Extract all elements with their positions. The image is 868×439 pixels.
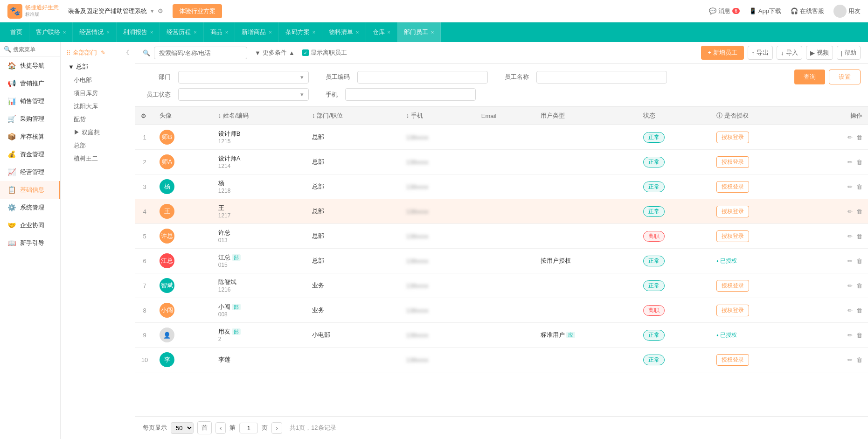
nav-tab-首页[interactable]: 首页: [4, 22, 29, 42]
dept-item[interactable]: 配货: [61, 113, 135, 126]
tab-close-icon[interactable]: ×: [312, 29, 315, 35]
prev-page-button[interactable]: ‹: [215, 422, 226, 434]
nav-tab-物料清单[interactable]: 物料清单×: [322, 22, 366, 42]
dept-item[interactable]: 总部: [61, 139, 135, 152]
inactive-checkbox[interactable]: ✓: [302, 49, 309, 56]
edit-icon[interactable]: ✏: [847, 208, 853, 215]
tab-close-icon[interactable]: ×: [63, 29, 66, 35]
delete-icon[interactable]: 🗑: [856, 356, 862, 363]
sidebar-item-guide[interactable]: 📖新手引导: [0, 234, 60, 252]
dept-item[interactable]: 项目库房: [61, 87, 135, 100]
settings-icon[interactable]: ⚙: [158, 7, 163, 14]
dept-edit-icon[interactable]: ✎: [101, 49, 105, 56]
dept-select[interactable]: ▾: [178, 71, 309, 84]
sidebar-item-purchase[interactable]: 🛒采购管理: [0, 110, 60, 128]
edit-icon[interactable]: ✏: [847, 258, 853, 265]
view-button[interactable]: ▶ 视频: [806, 46, 833, 60]
tab-close-icon[interactable]: ×: [356, 29, 359, 35]
dept-item[interactable]: 植树王二: [61, 152, 135, 165]
sidebar-item-operation[interactable]: 📈经营管理: [0, 163, 60, 181]
col-name-code[interactable]: ↕ 姓名/编码: [213, 107, 307, 125]
emp-code-input[interactable]: [357, 71, 488, 84]
tab-close-icon[interactable]: ×: [106, 29, 109, 35]
tab-close-icon[interactable]: ×: [225, 29, 228, 35]
phone-input[interactable]: [345, 88, 476, 101]
col-phone[interactable]: ↕ 手机: [401, 107, 476, 125]
app-download-action[interactable]: 📱 App下载: [749, 7, 781, 15]
show-inactive[interactable]: ✓ 显示离职员工: [302, 49, 347, 57]
edit-icon[interactable]: ✏: [847, 282, 853, 289]
page-input[interactable]: [239, 423, 258, 433]
edit-icon[interactable]: ✏: [847, 332, 853, 339]
search-input[interactable]: [154, 47, 247, 59]
delete-icon[interactable]: 🗑: [856, 258, 862, 265]
emp-name-input[interactable]: [536, 71, 667, 84]
delete-icon[interactable]: 🗑: [856, 208, 862, 215]
nav-tab-经营情况[interactable]: 经营情况×: [73, 22, 116, 42]
auth-button[interactable]: 授权登录: [716, 132, 749, 143]
edit-icon[interactable]: ✏: [847, 356, 853, 363]
status-select[interactable]: ▾: [178, 88, 309, 101]
dept-item[interactable]: 沈阳大库: [61, 100, 135, 113]
nav-tab-条码方案[interactable]: 条码方案×: [279, 22, 322, 42]
delete-icon[interactable]: 🗑: [856, 233, 862, 240]
edit-icon[interactable]: ✏: [847, 183, 853, 190]
nav-tab-部门员工[interactable]: 部门员工×: [397, 22, 441, 42]
sidebar-item-marketing[interactable]: 📢营销推广: [0, 75, 60, 92]
search-input[interactable]: [13, 46, 61, 53]
nav-tab-商品[interactable]: 商品×: [204, 22, 235, 42]
edit-icon[interactable]: ✏: [847, 233, 853, 240]
delete-icon[interactable]: 🗑: [856, 282, 862, 289]
dept-item[interactable]: ▶ 双庭想: [61, 126, 135, 139]
auth-button[interactable]: 授权登录: [716, 181, 749, 193]
nav-tab-经营历程[interactable]: 经营历程×: [160, 22, 203, 42]
user-action[interactable]: 用友: [833, 5, 861, 18]
trial-button[interactable]: 体验行业方案: [173, 4, 222, 18]
auth-button[interactable]: 授权登录: [716, 206, 749, 217]
add-employee-button[interactable]: + 新增员工: [701, 46, 743, 60]
col-settings[interactable]: ⚙: [135, 107, 154, 125]
sidebar-item-inventory[interactable]: 📦库存核算: [0, 128, 60, 146]
auth-button[interactable]: 授权登录: [716, 280, 749, 292]
page-size-select[interactable]: 50: [171, 422, 194, 434]
reset-button[interactable]: 设置: [829, 70, 861, 84]
edit-icon[interactable]: ✏: [847, 134, 853, 141]
nav-tab-新增商品[interactable]: 新增商品×: [235, 22, 278, 42]
export-button[interactable]: ↑ 导出: [748, 46, 773, 60]
message-action[interactable]: 💬 消息 6: [709, 7, 740, 15]
sidebar-item-collab[interactable]: 🤝企业协同: [0, 216, 60, 234]
sidebar-item-finance[interactable]: 💰资金管理: [0, 146, 60, 163]
tab-close-icon[interactable]: ×: [194, 29, 196, 35]
delete-icon[interactable]: 🗑: [856, 307, 862, 314]
tab-close-icon[interactable]: ×: [431, 29, 434, 35]
delete-icon[interactable]: 🗑: [856, 332, 862, 339]
query-button[interactable]: 查询: [794, 70, 825, 84]
sidebar-item-basic[interactable]: 📋基础信息: [0, 181, 60, 199]
col-dept[interactable]: ↕ 部门/职位: [306, 107, 401, 125]
sidebar-search[interactable]: 🔍: [0, 42, 60, 57]
sidebar-item-quick-nav[interactable]: 🏠快捷导航: [0, 57, 60, 75]
dept-item[interactable]: 小电部: [61, 74, 135, 87]
import-button[interactable]: ↓ 导入: [777, 46, 802, 60]
next-page-button[interactable]: ›: [271, 422, 282, 434]
online-service-action[interactable]: 🎧 在线客服: [791, 7, 824, 15]
auth-button[interactable]: 授权登录: [716, 354, 749, 366]
auth-button[interactable]: 授权登录: [716, 156, 749, 168]
auth-button[interactable]: 授权登录: [716, 230, 749, 242]
more-filter-btn[interactable]: ▼ 更多条件 ▲: [251, 46, 299, 59]
nav-tab-利润报告[interactable]: 利润报告×: [117, 22, 160, 42]
sidebar-item-sales[interactable]: 📊销售管理: [0, 92, 60, 110]
help-button[interactable]: | 帮助: [837, 46, 861, 60]
nav-tab-客户联络[interactable]: 客户联络×: [29, 22, 73, 42]
tab-close-icon[interactable]: ×: [150, 29, 153, 35]
nav-tab-仓库[interactable]: 仓库×: [366, 22, 397, 42]
tab-close-icon[interactable]: ×: [388, 29, 390, 35]
edit-icon[interactable]: ✏: [847, 307, 853, 314]
delete-icon[interactable]: 🗑: [856, 183, 862, 190]
tab-close-icon[interactable]: ×: [269, 29, 271, 35]
auth-button[interactable]: 授权登录: [716, 305, 749, 316]
first-page-button[interactable]: 首: [197, 421, 212, 434]
collapse-icon[interactable]: 《: [123, 49, 129, 57]
edit-icon[interactable]: ✏: [847, 159, 853, 166]
delete-icon[interactable]: 🗑: [856, 134, 862, 141]
